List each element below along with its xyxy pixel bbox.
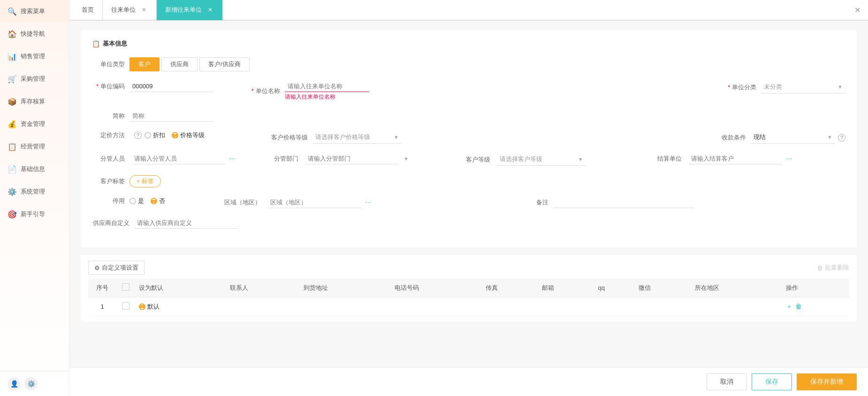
- row-checkbox[interactable]: [122, 302, 129, 310]
- customer-level-select[interactable]: 请选择客户等级 ▼: [497, 153, 586, 166]
- unit-category-select[interactable]: 未分类 ▼: [761, 81, 845, 93]
- custom-settings-button[interactable]: ⚙ 自定义项设置: [88, 261, 145, 275]
- col-email: 邮箱: [538, 279, 594, 297]
- sidebar-item-label: 资金管理: [21, 120, 45, 128]
- payment-help-icon[interactable]: ?: [838, 134, 845, 141]
- unit-name-input-group: 请输入往来单位名称: [285, 81, 369, 101]
- tab-label: 往来单位: [111, 6, 136, 14]
- tab-close-new-partner[interactable]: ✕: [206, 6, 214, 14]
- purchase-icon: 🛒: [8, 74, 17, 84]
- close-all-button[interactable]: ✕: [851, 4, 864, 16]
- sidebar-item-operations[interactable]: 📋经营管理: [0, 135, 69, 158]
- price-level-radio-circle: [172, 132, 178, 139]
- unit-type-both-button[interactable]: 客户/供应商: [199, 57, 250, 71]
- disabled-radio-no[interactable]: 否: [151, 197, 165, 205]
- region-more-icon[interactable]: ···: [363, 198, 373, 207]
- row-action-group: ＋ 🗑: [786, 303, 845, 311]
- cell-default: 默认: [135, 297, 226, 316]
- department-select[interactable]: ▼: [401, 154, 411, 163]
- disabled-radio-yes[interactable]: 是: [129, 197, 144, 205]
- customer-price-select[interactable]: 请选择客户价格等级 ▼: [312, 131, 402, 144]
- note-input[interactable]: [553, 197, 694, 208]
- unit-type-supplier-button[interactable]: 供应商: [161, 57, 198, 71]
- tab-new-partner[interactable]: 新增往来单位✕: [157, 0, 223, 20]
- sidebar-item-finance[interactable]: 💰资金管理: [0, 113, 69, 135]
- region-input[interactable]: [267, 197, 361, 208]
- finance-icon: 💰: [8, 119, 17, 129]
- quick-nav-icon: 🏠: [8, 29, 17, 39]
- sidebar-search[interactable]: 🔍 搜索菜单: [0, 0, 69, 23]
- no-disabled-label: 否: [159, 197, 165, 205]
- customer-level-label: 客户等级: [462, 155, 495, 164]
- row-default-radio[interactable]: 默认: [139, 303, 222, 311]
- pricing-radio-price-level[interactable]: 价格等级: [172, 131, 205, 140]
- settlement-more-icon[interactable]: ···: [784, 155, 794, 163]
- add-tag-button[interactable]: + 标签: [129, 175, 161, 187]
- gear-icon: ⚙: [94, 264, 100, 272]
- short-name-label: 简称: [92, 112, 129, 120]
- sidebar-item-basics[interactable]: 📄基础信息: [0, 158, 69, 180]
- batch-delete-button[interactable]: 🗑 批量删除: [817, 264, 849, 272]
- sidebar-item-quick-nav[interactable]: 🏠快捷导航: [0, 23, 69, 45]
- add-row-button[interactable]: ＋: [786, 303, 792, 311]
- pricing-radio-discount[interactable]: 折扣: [145, 131, 165, 140]
- sidebar-item-system[interactable]: ⚙️系统管理: [0, 180, 69, 203]
- unit-name-input[interactable]: [285, 81, 369, 92]
- manager-label: 分管人员: [92, 155, 129, 163]
- unit-type-buttons: 客户供应商客户/供应商: [129, 57, 250, 71]
- select-all-checkbox[interactable]: [122, 283, 129, 291]
- tab-home[interactable]: 首页: [73, 0, 103, 20]
- tag-group: 客户标签 + 标签: [92, 175, 845, 187]
- unit-type-group: 单位类型 客户供应商客户/供应商: [92, 57, 845, 71]
- supplier-custom-label: 供应商自定义: [92, 219, 134, 227]
- department-label: 分管部门: [270, 155, 303, 163]
- save-button[interactable]: 保存: [752, 373, 792, 390]
- sidebar-item-label: 采购管理: [21, 75, 45, 83]
- payment-terms-select[interactable]: 现结 ▼: [751, 131, 835, 144]
- search-icon: 🔍: [8, 7, 17, 16]
- short-name-input[interactable]: [129, 110, 214, 122]
- unit-code-label: 单位编码: [92, 82, 129, 91]
- cell-contact: [226, 297, 300, 316]
- code-name-category-row: 单位编码 单位名称 请输入往来单位名称 单位分类 未分类: [92, 81, 845, 101]
- chevron-down-icon: ▼: [394, 134, 399, 140]
- guide-icon: 🎯: [8, 210, 17, 219]
- tabbar: 首页往来单位✕新增往来单位✕ ✕: [69, 0, 868, 21]
- cancel-button[interactable]: 取消: [707, 373, 747, 390]
- sidebar-item-purchase[interactable]: 🛒采购管理: [0, 68, 69, 90]
- customer-level-group: 客户等级 请选择客户等级 ▼: [462, 153, 654, 166]
- disabled-radio-group: 是 否: [129, 197, 165, 205]
- note-label: 备注: [534, 198, 553, 207]
- unit-code-input[interactable]: [129, 81, 214, 92]
- settlement-input[interactable]: [688, 153, 782, 164]
- manager-more-icon[interactable]: ···: [227, 155, 237, 163]
- footer: 取消 保存 保存并新增: [69, 367, 868, 396]
- tab-close-partners[interactable]: ✕: [140, 6, 148, 14]
- unit-type-row: 单位类型 客户供应商客户/供应商: [92, 57, 845, 71]
- save-new-button[interactable]: 保存并新增: [797, 373, 857, 390]
- info-icon: 📋: [92, 40, 100, 47]
- settings-icon[interactable]: ⚙️: [24, 377, 38, 390]
- delete-row-button[interactable]: 🗑: [795, 303, 802, 311]
- supplier-custom-input[interactable]: [134, 217, 237, 229]
- user-avatar[interactable]: 👤: [8, 377, 21, 390]
- unit-type-label: 单位类型: [92, 60, 129, 69]
- tag-row: 客户标签 + 标签: [92, 175, 845, 187]
- short-name-group: 简称: [92, 110, 251, 122]
- tab-label: 首页: [82, 6, 94, 14]
- col-default: 设为默认: [135, 279, 226, 297]
- batch-delete-icon: 🗑: [817, 264, 823, 272]
- manager-input[interactable]: [131, 153, 225, 164]
- pricing-help-icon[interactable]: ?: [134, 132, 142, 139]
- department-input[interactable]: [305, 153, 399, 164]
- tab-partners[interactable]: 往来单位✕: [103, 0, 157, 20]
- sidebar-item-sales[interactable]: 📊销售管理: [0, 45, 69, 68]
- sidebar-item-inventory[interactable]: 📦库存核算: [0, 90, 69, 113]
- table-section: ⚙ 自定义项设置 🗑 批量删除 序号 设为默认 联系人 到货地址 电话: [81, 255, 857, 322]
- col-region: 所在地区: [691, 279, 782, 297]
- inventory-icon: 📦: [8, 97, 17, 106]
- price-level-radio-label: 价格等级: [180, 131, 205, 140]
- sidebar-item-guide[interactable]: 🎯新手引导: [0, 203, 69, 225]
- settlement-group: 结算单位 ···: [654, 153, 845, 164]
- unit-type-customer-button[interactable]: 客户: [129, 57, 160, 71]
